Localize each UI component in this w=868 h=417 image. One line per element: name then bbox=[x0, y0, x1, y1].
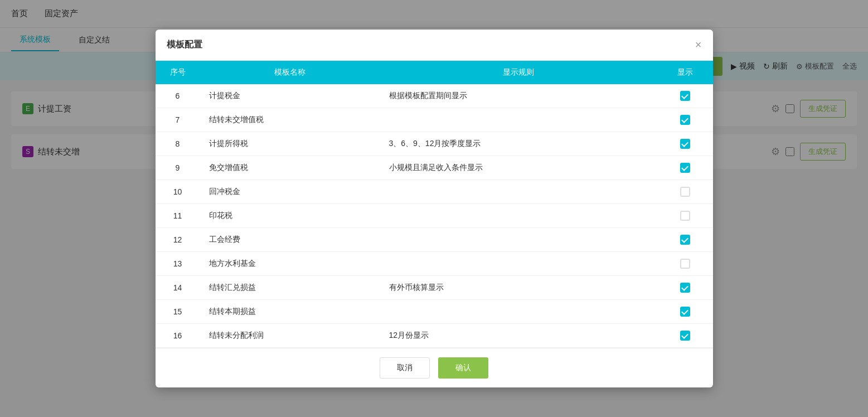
col-header-name: 模板名称 bbox=[200, 61, 380, 84]
checkbox-2[interactable] bbox=[680, 139, 690, 149]
cell-display-2 bbox=[657, 132, 713, 156]
cell-rule-9 bbox=[380, 300, 657, 324]
table-row: 8计提所得税3、6、9、12月按季度显示 bbox=[156, 132, 713, 156]
col-header-display: 显示 bbox=[657, 61, 713, 84]
modal-overlay: 模板配置 × 序号 模板名称 显示规则 显示 6计提税金根据模板配置期间显示7结… bbox=[0, 0, 868, 417]
cell-id-0: 6 bbox=[156, 84, 200, 108]
cell-id-10: 16 bbox=[156, 324, 200, 348]
table-row: 10回冲税金 bbox=[156, 180, 713, 204]
table-row: 7结转未交增值税 bbox=[156, 108, 713, 132]
table-row: 16结转未分配利润12月份显示 bbox=[156, 324, 713, 348]
table-row: 6计提税金根据模板配置期间显示 bbox=[156, 84, 713, 108]
col-header-rule: 显示规则 bbox=[380, 61, 657, 84]
cell-rule-5 bbox=[380, 204, 657, 228]
cell-id-9: 15 bbox=[156, 300, 200, 324]
cell-id-6: 12 bbox=[156, 228, 200, 252]
cell-display-9 bbox=[657, 300, 713, 324]
cell-rule-10: 12月份显示 bbox=[380, 324, 657, 348]
modal-close-button[interactable]: × bbox=[695, 38, 702, 51]
cell-rule-2: 3、6、9、12月按季度显示 bbox=[380, 132, 657, 156]
cell-name-8: 结转汇兑损益 bbox=[200, 276, 380, 300]
cell-id-3: 9 bbox=[156, 156, 200, 180]
confirm-button[interactable]: 确认 bbox=[438, 357, 488, 379]
cell-name-4: 回冲税金 bbox=[200, 180, 380, 204]
checkbox-7[interactable] bbox=[680, 259, 690, 269]
modal-footer: 取消 确认 bbox=[156, 348, 713, 387]
cell-id-5: 11 bbox=[156, 204, 200, 228]
checkbox-6[interactable] bbox=[680, 235, 690, 245]
cell-id-8: 14 bbox=[156, 276, 200, 300]
cell-id-1: 7 bbox=[156, 108, 200, 132]
cell-name-10: 结转未分配利润 bbox=[200, 324, 380, 348]
cell-display-3 bbox=[657, 156, 713, 180]
cell-name-0: 计提税金 bbox=[200, 84, 380, 108]
cell-display-6 bbox=[657, 228, 713, 252]
checkbox-10[interactable] bbox=[680, 331, 690, 341]
table-header-row: 序号 模板名称 显示规则 显示 bbox=[156, 61, 713, 84]
modal-template-config: 模板配置 × 序号 模板名称 显示规则 显示 6计提税金根据模板配置期间显示7结… bbox=[156, 30, 713, 387]
cell-id-7: 13 bbox=[156, 252, 200, 276]
cell-name-6: 工会经费 bbox=[200, 228, 380, 252]
cell-name-9: 结转本期损益 bbox=[200, 300, 380, 324]
modal-body: 序号 模板名称 显示规则 显示 6计提税金根据模板配置期间显示7结转未交增值税8… bbox=[156, 61, 713, 348]
table-row: 14结转汇兑损益有外币核算显示 bbox=[156, 276, 713, 300]
cell-display-0 bbox=[657, 84, 713, 108]
cell-id-2: 8 bbox=[156, 132, 200, 156]
cell-rule-1 bbox=[380, 108, 657, 132]
cell-display-10 bbox=[657, 324, 713, 348]
cell-name-5: 印花税 bbox=[200, 204, 380, 228]
cell-display-4 bbox=[657, 180, 713, 204]
cell-display-1 bbox=[657, 108, 713, 132]
cell-rule-0: 根据模板配置期间显示 bbox=[380, 84, 657, 108]
table-row: 13地方水利基金 bbox=[156, 252, 713, 276]
cell-rule-3: 小规模且满足收入条件显示 bbox=[380, 156, 657, 180]
checkbox-9[interactable] bbox=[680, 307, 690, 317]
cell-name-3: 免交增值税 bbox=[200, 156, 380, 180]
cell-name-2: 计提所得税 bbox=[200, 132, 380, 156]
cell-id-4: 10 bbox=[156, 180, 200, 204]
checkbox-1[interactable] bbox=[680, 115, 690, 125]
table-row: 15结转本期损益 bbox=[156, 300, 713, 324]
table-row: 9免交增值税小规模且满足收入条件显示 bbox=[156, 156, 713, 180]
cell-name-1: 结转未交增值税 bbox=[200, 108, 380, 132]
cell-display-8 bbox=[657, 276, 713, 300]
cell-rule-4 bbox=[380, 180, 657, 204]
cell-display-5 bbox=[657, 204, 713, 228]
cell-rule-8: 有外币核算显示 bbox=[380, 276, 657, 300]
table-row: 11印花税 bbox=[156, 204, 713, 228]
checkbox-8[interactable] bbox=[680, 283, 690, 293]
checkbox-0[interactable] bbox=[680, 91, 690, 101]
config-table: 序号 模板名称 显示规则 显示 6计提税金根据模板配置期间显示7结转未交增值税8… bbox=[156, 61, 713, 348]
col-header-id: 序号 bbox=[156, 61, 200, 84]
cell-rule-6 bbox=[380, 228, 657, 252]
checkbox-3[interactable] bbox=[680, 163, 690, 173]
checkbox-5[interactable] bbox=[680, 211, 690, 221]
cancel-button[interactable]: 取消 bbox=[380, 357, 430, 379]
table-row: 12工会经费 bbox=[156, 228, 713, 252]
cell-name-7: 地方水利基金 bbox=[200, 252, 380, 276]
cell-rule-7 bbox=[380, 252, 657, 276]
modal-header: 模板配置 × bbox=[156, 30, 713, 61]
cell-display-7 bbox=[657, 252, 713, 276]
modal-title: 模板配置 bbox=[167, 39, 202, 51]
checkbox-4[interactable] bbox=[680, 187, 690, 197]
